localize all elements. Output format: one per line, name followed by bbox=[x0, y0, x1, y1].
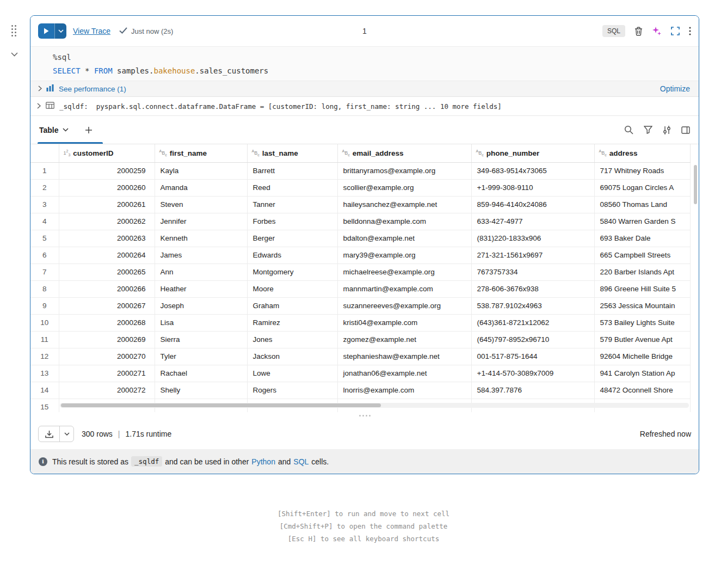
table-cell[interactable]: (645)797-8952x96710 bbox=[471, 331, 594, 348]
table-cell[interactable]: 2000271 bbox=[59, 365, 155, 382]
table-cell[interactable]: 220 Barber Islands Apt bbox=[594, 264, 690, 280]
table-cell[interactable]: Reed bbox=[247, 179, 337, 196]
adjust-columns-icon[interactable] bbox=[663, 126, 671, 134]
table-cell[interactable]: 2563 Jessica Mountain bbox=[594, 297, 690, 314]
table-cell[interactable]: Jackson bbox=[247, 348, 337, 365]
table-cell[interactable]: 2000268 bbox=[59, 314, 155, 331]
expander-chevron-icon[interactable] bbox=[38, 85, 42, 93]
table-cell[interactable]: 2000265 bbox=[59, 264, 155, 280]
horizontal-scrollbar-thumb[interactable] bbox=[61, 403, 381, 407]
table-cell[interactable]: zgomez@example.net bbox=[337, 331, 471, 348]
expand-cell-icon[interactable] bbox=[671, 27, 680, 35]
table-cell[interactable]: kristi04@example.com bbox=[337, 314, 471, 331]
table-cell[interactable]: scollier@example.org bbox=[337, 179, 471, 196]
table-cell[interactable]: 2000263 bbox=[59, 230, 155, 247]
code-editor[interactable]: %sql SELECT * FROM samples.bakehouse.sal… bbox=[30, 46, 699, 97]
python-link[interactable]: Python bbox=[251, 457, 275, 466]
table-cell[interactable]: 48472 Oconnell Shore bbox=[594, 382, 690, 399]
sql-link[interactable]: SQL bbox=[293, 457, 309, 466]
table-cell[interactable]: Berger bbox=[247, 230, 337, 247]
table-cell[interactable]: belldonna@example.com bbox=[337, 213, 471, 230]
table-cell[interactable]: Kenneth bbox=[155, 230, 247, 247]
play-icon[interactable] bbox=[38, 23, 54, 39]
table-cell[interactable]: 2000269 bbox=[59, 331, 155, 348]
table-cell[interactable]: 69075 Logan Circles A bbox=[594, 179, 690, 196]
vertical-scrollbar-thumb[interactable] bbox=[694, 165, 697, 204]
assistant-sparkle-icon[interactable] bbox=[652, 26, 662, 36]
table-cell[interactable]: 896 Greene Hill Suite 5 bbox=[594, 280, 690, 297]
table-cell[interactable]: 001-517-875-1644 bbox=[471, 348, 594, 365]
table-cell[interactable]: jonathan06@example.net bbox=[337, 365, 471, 382]
see-performance-link[interactable]: See performance (1) bbox=[59, 85, 126, 93]
column-header-phone_number[interactable]: ABcphone_number bbox=[471, 144, 594, 162]
table-cell[interactable]: 92604 Michelle Bridge bbox=[594, 348, 690, 365]
table-cell[interactable]: 7673757334 bbox=[471, 264, 594, 280]
table-cell[interactable]: Moore bbox=[247, 280, 337, 297]
table-cell[interactable]: 2000272 bbox=[59, 382, 155, 399]
table-cell[interactable]: Rachael bbox=[155, 365, 247, 382]
summary-expander-chevron-icon[interactable] bbox=[37, 101, 41, 111]
table-cell[interactable]: Tyler bbox=[155, 348, 247, 365]
table-cell[interactable]: bdalton@example.net bbox=[337, 230, 471, 247]
table-cell[interactable]: Ann bbox=[155, 264, 247, 280]
horizontal-scrollbar-track[interactable] bbox=[60, 403, 689, 408]
add-visualization-icon[interactable] bbox=[85, 126, 93, 134]
run-options-chevron-icon[interactable] bbox=[54, 23, 66, 39]
table-cell[interactable]: 08560 Thomas Land bbox=[594, 196, 690, 213]
table-cell[interactable]: Barrett bbox=[247, 162, 337, 179]
table-cell[interactable]: James bbox=[155, 247, 247, 264]
code-line-sql[interactable]: SELECT * FROM samples.bakehouse.sales_cu… bbox=[30, 64, 699, 78]
table-cell[interactable]: Ramirez bbox=[247, 314, 337, 331]
code-line-magic[interactable]: %sql bbox=[30, 51, 699, 64]
table-cell[interactable]: 693 Baker Dale bbox=[594, 230, 690, 247]
table-cell[interactable]: +1-999-308-9110 bbox=[471, 179, 594, 196]
drag-handle-icon[interactable] bbox=[11, 25, 17, 37]
table-cell[interactable]: Montgomery bbox=[247, 264, 337, 280]
tab-table[interactable]: Table bbox=[39, 126, 69, 134]
table-cell[interactable]: 349-683-9514x73065 bbox=[471, 162, 594, 179]
table-cell[interactable]: Jones bbox=[247, 331, 337, 348]
table-cell[interactable]: 5840 Warren Garden S bbox=[594, 213, 690, 230]
table-cell[interactable]: brittanyramos@example.org bbox=[337, 162, 471, 179]
column-header-last_name[interactable]: ABclast_name bbox=[247, 144, 337, 162]
table-cell[interactable]: 633-427-4977 bbox=[471, 213, 594, 230]
layout-panel-icon[interactable] bbox=[681, 126, 690, 134]
column-header-customerID[interactable]: 123customerID bbox=[59, 144, 155, 162]
table-cell[interactable]: 2000264 bbox=[59, 247, 155, 264]
view-trace-link[interactable]: View Trace bbox=[73, 27, 110, 35]
download-icon[interactable] bbox=[39, 426, 59, 442]
table-resize-handle[interactable] bbox=[30, 412, 699, 419]
table-cell[interactable]: 859-946-4140x24086 bbox=[471, 196, 594, 213]
table-cell[interactable]: 2000261 bbox=[59, 196, 155, 213]
table-cell[interactable]: 2000270 bbox=[59, 348, 155, 365]
table-cell[interactable]: 2000259 bbox=[59, 162, 155, 179]
table-cell[interactable]: Edwards bbox=[247, 247, 337, 264]
table-cell[interactable]: (831)220-1833x906 bbox=[471, 230, 594, 247]
optimize-link[interactable]: Optimize bbox=[660, 84, 690, 93]
table-cell[interactable]: 584.397.7876 bbox=[471, 382, 594, 399]
table-cell[interactable]: Jennifer bbox=[155, 213, 247, 230]
collapse-cell-chevron-icon[interactable] bbox=[11, 49, 18, 59]
delete-cell-icon[interactable] bbox=[634, 27, 643, 36]
filter-icon[interactable] bbox=[644, 126, 652, 134]
table-cell[interactable]: 538.787.9102x4963 bbox=[471, 297, 594, 314]
table-cell[interactable]: lnorris@example.com bbox=[337, 382, 471, 399]
table-cell[interactable]: 2000262 bbox=[59, 213, 155, 230]
table-cell[interactable]: Heather bbox=[155, 280, 247, 297]
download-split-button[interactable] bbox=[38, 426, 74, 442]
table-cell[interactable]: Shelly bbox=[155, 382, 247, 399]
search-icon[interactable] bbox=[624, 125, 633, 134]
table-cell[interactable]: Joseph bbox=[155, 297, 247, 314]
table-cell[interactable]: haileysanchez@example.net bbox=[337, 196, 471, 213]
table-cell[interactable]: michaelreese@example.org bbox=[337, 264, 471, 280]
table-cell[interactable]: 2000267 bbox=[59, 297, 155, 314]
column-header-email_address[interactable]: ABcemail_address bbox=[337, 144, 471, 162]
table-cell[interactable]: mannmartin@example.com bbox=[337, 280, 471, 297]
table-cell[interactable]: 573 Bailey Lights Suite bbox=[594, 314, 690, 331]
table-cell[interactable]: suzannereeves@example.org bbox=[337, 297, 471, 314]
table-cell[interactable]: Lowe bbox=[247, 365, 337, 382]
table-cell[interactable]: 941 Carolyn Station Ap bbox=[594, 365, 690, 382]
table-cell[interactable]: Tanner bbox=[247, 196, 337, 213]
table-cell[interactable]: 2000260 bbox=[59, 179, 155, 196]
table-cell[interactable]: stephanieshaw@example.net bbox=[337, 348, 471, 365]
